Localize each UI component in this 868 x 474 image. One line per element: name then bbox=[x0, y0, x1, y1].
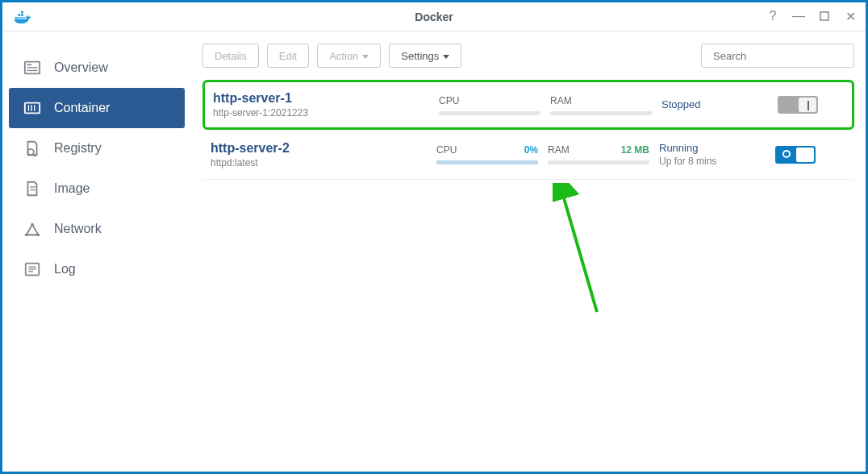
action-button[interactable]: Action bbox=[317, 44, 381, 68]
container-name: http-server-2 bbox=[211, 141, 436, 156]
svg-rect-3 bbox=[27, 67, 38, 68]
titlebar: Docker ? — ✕ bbox=[2, 2, 866, 31]
image-icon bbox=[23, 180, 41, 198]
sidebar-item-label: Network bbox=[54, 222, 102, 236]
network-icon bbox=[23, 220, 41, 238]
container-icon bbox=[23, 99, 41, 117]
svg-point-9 bbox=[28, 149, 34, 155]
main-panel: Details Edit Action Settings http-server… bbox=[191, 31, 866, 472]
annotation-arrow bbox=[553, 183, 617, 320]
svg-line-21 bbox=[562, 193, 597, 312]
container-row[interactable]: http-server-2 httpd:latest CPU 0% RAM bbox=[202, 130, 854, 180]
status-subtext: Up for 8 mins bbox=[659, 156, 772, 167]
svg-rect-0 bbox=[820, 12, 828, 20]
maximize-button[interactable] bbox=[812, 2, 837, 30]
chevron-down-icon bbox=[443, 55, 449, 59]
status-text: Stopped bbox=[661, 98, 774, 110]
power-toggle[interactable] bbox=[775, 146, 816, 164]
help-button[interactable]: ? bbox=[761, 2, 785, 30]
svg-point-13 bbox=[31, 223, 34, 227]
container-image: httpd:latest bbox=[211, 157, 436, 168]
svg-rect-2 bbox=[27, 64, 32, 65]
sidebar-item-log[interactable]: Log bbox=[2, 249, 191, 289]
window-controls: ? — ✕ bbox=[761, 2, 862, 30]
svg-rect-11 bbox=[30, 186, 35, 187]
cpu-label: CPU bbox=[436, 144, 457, 156]
ram-label: RAM bbox=[548, 144, 570, 156]
svg-rect-4 bbox=[27, 70, 38, 71]
sidebar-item-image[interactable]: Image bbox=[2, 168, 191, 209]
sidebar-item-label: Overview bbox=[54, 60, 108, 75]
svg-rect-5 bbox=[25, 103, 40, 114]
container-list: http-server-1 http-server-1:2021223 CPU … bbox=[191, 80, 866, 180]
sidebar-item-registry[interactable]: Registry bbox=[2, 128, 191, 168]
ram-label: RAM bbox=[550, 95, 572, 106]
settings-button[interactable]: Settings bbox=[389, 44, 461, 68]
docker-icon bbox=[7, 2, 36, 31]
sidebar-item-label: Container bbox=[54, 101, 110, 115]
cpu-value: 0% bbox=[524, 144, 538, 156]
sidebar-item-network[interactable]: Network bbox=[2, 209, 191, 249]
close-button[interactable]: ✕ bbox=[838, 2, 862, 30]
cpu-bar bbox=[439, 111, 540, 115]
details-button[interactable]: Details bbox=[202, 44, 259, 68]
edit-button[interactable]: Edit bbox=[267, 44, 309, 68]
overview-icon bbox=[23, 59, 41, 77]
toolbar: Details Edit Action Settings bbox=[191, 31, 866, 80]
svg-rect-12 bbox=[30, 189, 35, 190]
cpu-label: CPU bbox=[439, 95, 459, 106]
power-toggle[interactable] bbox=[778, 96, 818, 114]
ram-bar bbox=[548, 160, 649, 164]
sidebar-item-container[interactable]: Container bbox=[9, 88, 185, 128]
search-box[interactable] bbox=[701, 44, 854, 68]
sidebar: Overview Container Registry Image Networ… bbox=[2, 31, 191, 472]
docker-window: Docker ? — ✕ Overview Container Registry bbox=[0, 0, 868, 474]
chevron-down-icon bbox=[362, 55, 369, 59]
ram-bar bbox=[550, 111, 652, 115]
ram-value: 12 MB bbox=[621, 144, 649, 156]
search-input[interactable] bbox=[713, 50, 849, 62]
status-text: Running bbox=[659, 142, 772, 154]
minimize-button[interactable]: — bbox=[787, 2, 811, 30]
sidebar-item-label: Image bbox=[54, 181, 90, 196]
container-row[interactable]: http-server-1 http-server-1:2021223 CPU … bbox=[202, 80, 854, 130]
log-icon bbox=[23, 260, 41, 278]
sidebar-item-overview[interactable]: Overview bbox=[2, 48, 191, 88]
container-image: http-server-1:2021223 bbox=[213, 107, 439, 118]
sidebar-item-label: Log bbox=[54, 262, 76, 276]
cpu-bar bbox=[436, 160, 538, 164]
container-name: http-server-1 bbox=[213, 91, 439, 106]
registry-icon bbox=[23, 139, 41, 157]
window-title: Docker bbox=[415, 10, 453, 23]
sidebar-item-label: Registry bbox=[54, 141, 102, 156]
